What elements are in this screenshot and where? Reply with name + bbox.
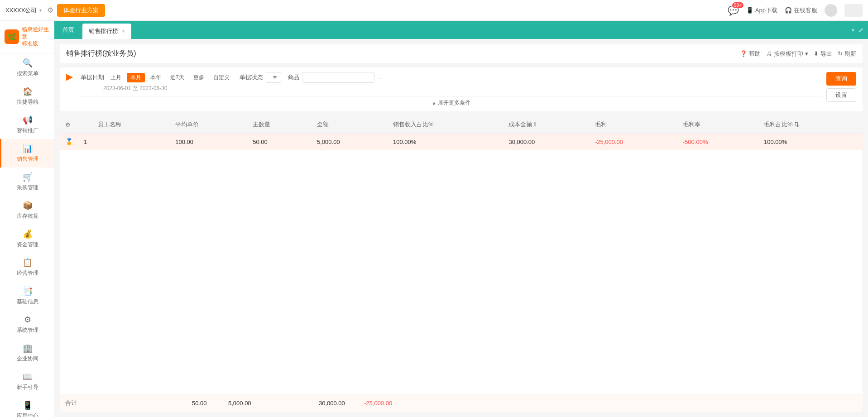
td-cost: 30,000.00 <box>503 134 589 150</box>
purchase-icon: 🛒 <box>23 172 33 182</box>
company-selector[interactable]: XXXXX公司 ▾ <box>5 6 42 14</box>
profit-sort-icon[interactable]: ⇅ <box>794 121 799 128</box>
filter-row-1: 单据日期 上月 本月 本年 近7天 更多 自定义 <box>81 72 822 83</box>
sidebar-item-guide[interactable]: 📖 新手引导 <box>0 367 54 396</box>
close-icon[interactable]: × <box>122 28 125 34</box>
th-cost: 成本全额 ℹ <box>503 116 589 134</box>
date-tab-custom[interactable]: 自定义 <box>210 73 233 82</box>
td-profit-pct: 100.00% <box>758 134 863 150</box>
td-quantity: 50.00 <box>247 134 312 150</box>
goods-label: 商品 <box>288 73 299 81</box>
expand-more-btn[interactable]: ∨ 展开更多条件 <box>81 96 822 107</box>
th-profit-rate: 毛利率 <box>677 116 758 134</box>
chevron-down-expand-icon: ∨ <box>432 100 436 106</box>
sidebar-label-inventory: 库存核算 <box>17 212 38 220</box>
date-tab-this-month[interactable]: 本月 <box>127 73 145 82</box>
sidebar-item-purchase[interactable]: 🛒 采购管理 <box>0 168 54 196</box>
app-download-link[interactable]: 📱 App下载 <box>746 6 777 14</box>
content-area: 首页 销售排行榜 × × ⤢ 销售排行榜(按业务员) ❓ 帮助 <box>54 21 868 417</box>
sidebar-item-finance[interactable]: 💰 资金管理 <box>0 225 54 253</box>
sidebar-item-search[interactable]: 🔍 搜索菜单 <box>0 53 54 82</box>
logo-area: 🌿 畅康通好生意标准版 <box>0 21 54 53</box>
inventory-icon: 📦 <box>23 201 33 211</box>
sidebar-item-quick-nav[interactable]: 🏠 快捷导航 <box>0 82 54 110</box>
refresh-button[interactable]: ↻ 刷新 <box>838 50 856 58</box>
date-range-display: 2023-06-01 至 2023-06-30 <box>103 85 822 92</box>
help-button[interactable]: ❓ 帮助 <box>740 50 761 58</box>
sidebar-item-system[interactable]: ⚙ 系统管理 <box>0 310 54 339</box>
operations-icon: 📋 <box>23 258 33 268</box>
sidebar-item-inventory[interactable]: 📦 库存核算 <box>0 196 54 225</box>
sidebar-label-system: 系统管理 <box>17 326 38 334</box>
date-label: 单据日期 <box>81 73 104 81</box>
sidebar-label-basic: 基础信息 <box>17 298 38 306</box>
sidebar-label-finance: 资金管理 <box>17 241 38 249</box>
apps-icon: 📱 <box>23 400 33 410</box>
sidebar-label-sales: 销售管理 <box>17 155 38 163</box>
td-name <box>92 134 170 150</box>
page-actions: ❓ 帮助 🖨 按模板打印 ▾ ⬇ 导出 ↻ 刷新 <box>740 50 856 58</box>
help-icon: ❓ <box>740 50 747 57</box>
tab-sales-rank[interactable]: 销售排行榜 × <box>82 24 131 39</box>
th-quantity: 主数量 <box>247 116 312 134</box>
page-title: 销售排行榜(按业务员) <box>66 49 136 58</box>
date-tab-this-year[interactable]: 本年 <box>147 73 165 82</box>
headset-icon: 🎧 <box>785 7 792 14</box>
trial-button[interactable]: 体验行业方案 <box>57 4 105 17</box>
print-button[interactable]: 🖨 按模板打印 ▾ <box>766 50 808 58</box>
total-label: 合计 <box>65 399 156 407</box>
filter-buttons: 查询 设置 <box>826 72 856 102</box>
export-icon: ⬇ <box>814 50 819 57</box>
finance-icon: 💰 <box>23 229 33 239</box>
goods-more-icon[interactable]: ··· <box>377 74 382 81</box>
sidebar-item-operations[interactable]: 📋 经营管理 <box>0 253 54 282</box>
sidebar-label-purchase: 采购管理 <box>17 184 38 192</box>
th-avg-price: 平均单价 <box>170 116 247 134</box>
tab-maximize-icon[interactable]: ⤢ <box>858 27 863 34</box>
sidebar-label-marketing: 营销推广 <box>17 127 38 134</box>
print-icon: 🖨 <box>766 50 772 57</box>
total-profit: -25,000.00 <box>364 400 409 407</box>
date-tab-last-month[interactable]: 上月 <box>107 73 125 82</box>
settings-button[interactable]: 设置 <box>826 88 856 102</box>
th-sales-pct: 销售收入占比% <box>388 116 504 134</box>
collapse-filter-icon[interactable]: ▶ <box>66 72 72 82</box>
tab-bar: 首页 销售排行榜 × × ⤢ <box>54 21 868 39</box>
date-tab-7days[interactable]: 近7天 <box>167 73 188 82</box>
tab-home-label: 首页 <box>62 26 74 34</box>
sidebar-label-guide: 新手引导 <box>17 383 38 391</box>
th-settings-icon[interactable]: ⚙ <box>60 116 78 134</box>
sidebar-item-apps[interactable]: 📱 应用中心 <box>0 396 54 417</box>
sidebar-item-sales[interactable]: 📊 销售管理 <box>0 139 54 168</box>
basic-icon: 📑 <box>23 286 33 296</box>
message-icon[interactable]: 💬 99+ <box>728 5 739 16</box>
status-select[interactable] <box>266 72 281 83</box>
header-settings-icon[interactable]: ⚙ <box>47 6 53 14</box>
td-rank-icon: 🏅 <box>60 134 78 150</box>
export-button[interactable]: ⬇ 导出 <box>814 50 832 58</box>
sidebar: 🌿 畅康通好生意标准版 🔍 搜索菜单 🏠 快捷导航 📢 营销推广 📊 销售管理 … <box>0 21 54 417</box>
total-amount: 5,000.00 <box>228 400 273 407</box>
main-layout: 🌿 畅康通好生意标准版 🔍 搜索菜单 🏠 快捷导航 📢 营销推广 📊 销售管理 … <box>0 21 868 417</box>
user-avatar[interactable] <box>825 4 837 17</box>
sidebar-label-operations: 经营管理 <box>17 269 38 277</box>
td-rank: 1 <box>78 134 92 150</box>
query-button[interactable]: 查询 <box>826 72 856 86</box>
sidebar-item-basic[interactable]: 📑 基础信息 <box>0 282 54 310</box>
online-support-link[interactable]: 🎧 在线客服 <box>785 6 817 14</box>
tab-home[interactable]: 首页 <box>54 21 82 39</box>
tab-close-window-icon[interactable]: × <box>851 27 855 34</box>
print-chevron-icon: ▾ <box>805 50 808 57</box>
filter-goods: 商品 ··· <box>288 72 382 83</box>
date-tab-more[interactable]: 更多 <box>190 73 208 82</box>
system-icon: ⚙ <box>24 315 31 325</box>
tab-sales-rank-label: 销售排行榜 <box>89 27 118 35</box>
cost-info-icon[interactable]: ℹ <box>534 121 536 128</box>
search-icon: 🔍 <box>23 58 33 68</box>
filter-date: 单据日期 上月 本月 本年 近7天 更多 自定义 <box>81 73 233 82</box>
top-header: XXXXX公司 ▾ ⚙ 体验行业方案 💬 99+ 📱 App下载 🎧 在线客服 <box>0 0 868 21</box>
th-rank <box>78 116 92 134</box>
sidebar-item-enterprise[interactable]: 🏢 企业协同 <box>0 339 54 367</box>
sidebar-item-marketing[interactable]: 📢 营销推广 <box>0 110 54 139</box>
goods-input[interactable] <box>302 72 374 83</box>
